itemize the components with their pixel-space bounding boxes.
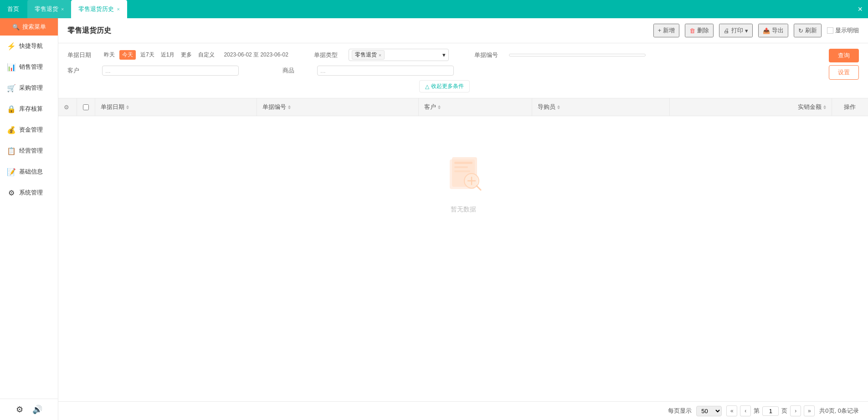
sidebar-search-label: 搜索菜单 [22,23,46,31]
delete-button[interactable]: 🗑 删除 [685,24,714,37]
date-option-1month[interactable]: 近1月 [159,50,177,60]
sidebar-item-operations-label: 经营管理 [19,147,43,155]
page-size-select[interactable]: 10 20 50 100 [696,406,722,416]
th-date[interactable]: 单据日期 [95,98,257,116]
print-button[interactable]: 🖨 打印 ▾ [719,24,753,37]
collapse-button[interactable]: △ 收起更多条件 [419,80,470,92]
date-option-7days[interactable]: 近7天 [139,50,156,60]
sidebar-search[interactable]: 🔍 搜索菜单 [0,18,58,36]
page-label: 第 [754,407,760,415]
th-amount[interactable]: 实销金额 [670,98,832,116]
add-button[interactable]: + 新增 [653,24,679,37]
page-input[interactable] [762,406,779,416]
sidebar-item-quick-nav[interactable]: ⚡ 快捷导航 [0,36,58,56]
table-header-row: ⚙ 单据日期 [58,98,868,116]
operations-icon: 📋 [7,147,15,155]
th-gear[interactable]: ⚙ [58,98,77,116]
tab-list: 首页 零售退货 × 零售退货历史 × [0,0,852,18]
th-number-label: 单据编号 [262,103,286,111]
inventory-icon: 🔒 [7,105,15,113]
date-option-more[interactable]: 更多 [179,50,194,60]
customer-label: 客户 [67,67,95,75]
sidebar-item-purchase-mgmt[interactable]: 🛒 采购管理 [0,77,58,98]
svg-rect-2 [454,162,473,164]
amount-sort-icon [823,105,826,109]
content-area: 零售退货历史 + 新增 🗑 删除 🖨 打印 ▾ 📤 导出 [58,18,868,420]
voucher-number-input[interactable] [509,54,646,56]
tab-retail-return-history-close[interactable]: × [117,6,119,12]
date-option-yesterday[interactable]: 昨天 [102,50,117,60]
tab-retail-return[interactable]: 零售退货 × [27,0,71,18]
customer-sort-icon [438,105,441,109]
voucher-type-dropdown-icon[interactable]: ▾ [442,51,446,58]
tab-retail-return-history-label: 零售退货历史 [78,5,114,13]
tab-retail-return-label: 零售退货 [35,5,58,13]
search-icon: 🔍 [12,24,20,31]
customer-input[interactable]: ... [102,66,239,76]
export-icon: 📤 [763,27,770,34]
filter-area: 单据日期 昨天 今天 近7天 近1月 更多 自定义 2023-06-02 至 2… [58,43,868,98]
export-button[interactable]: 📤 导出 [758,24,788,37]
page-size-label: 每页显示 [668,407,692,415]
date-option-today[interactable]: 今天 [119,50,136,60]
date-label: 单据日期 [67,51,95,59]
th-actions: 操作 [832,98,868,116]
page-prev-button[interactable]: ‹ [740,405,751,416]
select-all-checkbox[interactable] [83,104,89,110]
page-last-button[interactable]: » [804,405,815,416]
number-sort-icon [288,105,291,109]
sidebar-volume-icon[interactable]: 🔊 [32,405,42,415]
sidebar-item-inventory[interactable]: 🔒 库存核算 [0,98,58,119]
voucher-type-tag: 零售退货 × [352,50,385,60]
page-nav: « ‹ 第 页 › » [726,405,815,416]
main-layout: 🔍 搜索菜单 ⚡ 快捷导航 📊 销售管理 🛒 采购管理 🔒 库存核算 💰 资金管… [0,18,868,420]
query-button[interactable]: 查询 [829,49,859,62]
th-guide[interactable]: 导购员 [532,98,670,116]
tab-retail-return-close[interactable]: × [61,6,64,12]
sidebar-item-base-info[interactable]: 📝 基础信息 [0,161,58,182]
filter-fields: 单据日期 昨天 今天 近7天 近1月 更多 自定义 2023-06-02 至 2… [67,49,822,92]
settings-button[interactable]: 设置 [829,65,859,80]
sidebar-item-operations[interactable]: 📋 经营管理 [0,140,58,161]
empty-row: 暂无数据 [58,116,868,251]
th-customer-label: 客户 [424,103,436,111]
refresh-icon: ↻ [798,27,803,34]
th-number[interactable]: 单据编号 [257,98,418,116]
voucher-type-tag-close[interactable]: × [379,52,381,58]
print-button-label: 打印 [731,26,743,35]
sidebar-item-purchase-mgmt-label: 采购管理 [19,84,43,92]
goods-ellipsis[interactable]: ... [320,67,326,74]
base-info-icon: 📝 [7,168,15,176]
date-option-custom[interactable]: 自定义 [196,50,216,60]
svg-rect-3 [454,166,468,168]
th-customer[interactable]: 客户 [419,98,532,116]
page-first-button[interactable]: « [726,405,737,416]
tab-home-label: 首页 [7,5,19,13]
th-guide-label: 导购员 [538,103,555,111]
customer-ellipsis[interactable]: ... [105,67,111,74]
display-detail-label: 显示明细 [835,26,859,35]
sidebar: 🔍 搜索菜单 ⚡ 快捷导航 📊 销售管理 🛒 采购管理 🔒 库存核算 💰 资金管… [0,18,58,420]
page-next-button[interactable]: › [790,405,801,416]
window-close-button[interactable]: × [852,5,868,14]
sidebar-item-sales-mgmt-label: 销售管理 [19,63,43,71]
goods-input[interactable]: ... [317,66,454,76]
system-mgmt-icon: ⚙ [7,189,15,197]
page-header: 零售退货历史 + 新增 🗑 删除 🖨 打印 ▾ 📤 导出 [58,18,868,43]
sidebar-item-system-mgmt[interactable]: ⚙ 系统管理 [0,182,58,203]
quick-nav-icon: ⚡ [7,42,15,50]
voucher-type-input[interactable]: 零售退货 × ▾ [349,49,449,61]
tab-home[interactable]: 首页 [0,0,26,18]
sidebar-item-finance[interactable]: 💰 资金管理 [0,119,58,140]
tab-retail-return-history[interactable]: 零售退货历史 × [71,0,127,18]
refresh-button[interactable]: ↻ 刷新 [794,24,822,37]
sidebar-settings-icon[interactable]: ⚙ [16,405,23,415]
guide-sort-icon [557,105,560,109]
display-detail-checkbox[interactable] [827,27,833,34]
svg-line-8 [477,186,481,190]
add-button-label: + 新增 [658,26,675,35]
display-detail-toggle[interactable]: 显示明细 [827,26,859,35]
sidebar-item-sales-mgmt[interactable]: 📊 销售管理 [0,56,58,77]
sidebar-item-base-info-label: 基础信息 [19,168,43,176]
gear-icon[interactable]: ⚙ [64,104,69,111]
